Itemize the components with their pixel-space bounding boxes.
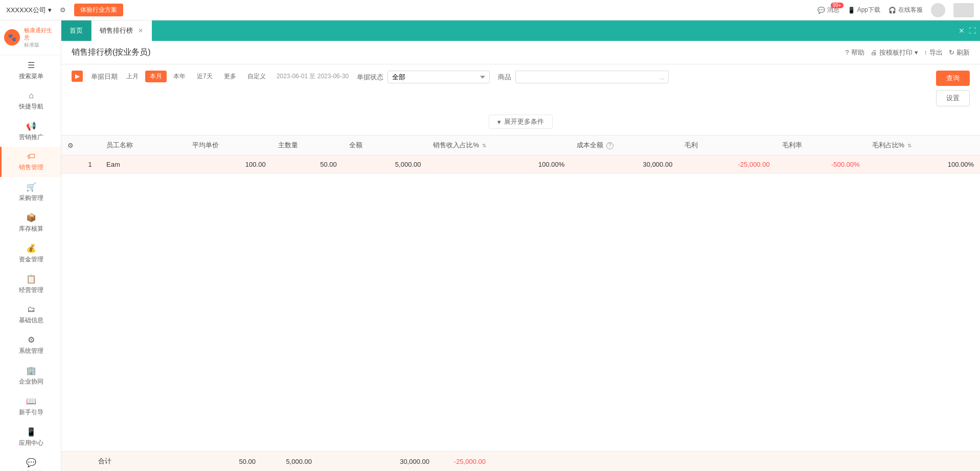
export-button[interactable]: ↑ 导出 (924, 48, 943, 57)
info-icon[interactable]: ? (606, 142, 613, 149)
query-button[interactable]: 查询 (936, 71, 970, 86)
status-filter-label: 单据状态 (357, 73, 383, 82)
online-service-button[interactable]: 🎧 在线客服 (888, 6, 923, 14)
setting-button[interactable]: 设置 (936, 90, 970, 106)
print-button[interactable]: 🖨 按模板打印 ▾ (871, 48, 918, 57)
page-header-actions: ? 帮助 🖨 按模板打印 ▾ ↑ 导出 ↻ 刷新 (845, 48, 970, 57)
goods-more-icon: ... (659, 74, 665, 81)
sidebar-item-label: 新手引导 (19, 408, 43, 417)
app-download-button[interactable]: 📱 App下载 (848, 6, 880, 14)
sidebar-item-guide[interactable]: 📖 新手引导 (0, 391, 61, 422)
sidebar-item-label: 搜索菜单 (19, 72, 43, 81)
col-settings[interactable]: ⚙ (61, 136, 80, 155)
col-profit: 毛利 (678, 136, 776, 155)
col-amount: 全额 (343, 136, 427, 155)
finance-icon: 💰 (26, 243, 36, 253)
row-qty: 50.00 (272, 155, 343, 174)
sidebar-item-label: 快捷导航 (19, 102, 43, 111)
sidebar-item-label: 经营管理 (19, 286, 43, 295)
col-sales-pct[interactable]: 销售收入占比% ⇅ (427, 136, 571, 155)
sidebar: 🐾 畅康通好生意 标准版 ☰ 搜索菜单 ⌂ 快捷导航 📢 营销推广 🏷 销售管理… (0, 20, 61, 471)
row-rank: 1 (80, 155, 100, 174)
date-tab-this-year[interactable]: 本年 (169, 71, 190, 82)
expand-conditions-btn[interactable]: ▾ 展开更多条件 (489, 115, 553, 129)
home-tab-label: 首页 (70, 26, 83, 35)
sidebar-item-sales[interactable]: 🏷 销售管理 (0, 147, 61, 177)
headset-icon: 🎧 (888, 7, 896, 14)
status-select[interactable]: 全部 待审核 已审核 已作废 (388, 71, 490, 83)
table-container: ⚙ 员工名称 平均单价 主数量 全额 销售收入占比% ⇅ (61, 136, 980, 451)
sidebar-item-operation[interactable]: 📋 经营管理 (0, 269, 61, 300)
row-profit: -25,000.00 (678, 155, 776, 174)
sidebar-item-shortcut[interactable]: ⌂ 快捷导航 (0, 86, 61, 116)
col-profit-rate: 毛利率 (776, 136, 866, 155)
settings-icon-btn[interactable]: ⚙ (56, 3, 70, 17)
date-tab-prev-month[interactable]: 上月 (122, 71, 143, 82)
sidebar-item-system[interactable]: ⚙ 系统管理 (0, 330, 61, 361)
appstore-icon: 📱 (26, 427, 36, 437)
top-bar-right: 💬 消息 99+ 📱 App下载 🎧 在线客服 (817, 3, 974, 17)
sidebar-item-search[interactable]: ☰ 搜索菜单 (0, 55, 61, 86)
gear-icon: ⚙ (60, 6, 66, 14)
marketing-icon: 📢 (26, 121, 36, 131)
sidebar-item-marketing[interactable]: 📢 营销推广 (0, 116, 61, 147)
user-info[interactable] (953, 3, 974, 17)
company-name: XXXXXX公司 (6, 6, 46, 15)
date-filter-group: 单据日期 上月 本月 本年 近7天 更多 自定义 2023-06-01 至 20… (91, 71, 349, 82)
sales-rank-table: ⚙ 员工名称 平均单价 主数量 全额 销售收入占比% ⇅ (61, 136, 980, 174)
tab-bar-right: ✕ ⛶ (959, 27, 980, 35)
wechat-icon: 💬 (26, 458, 36, 467)
tab-close-window-icon[interactable]: ✕ (959, 27, 965, 35)
sidebar-item-finance[interactable]: 💰 资金管理 (0, 238, 61, 269)
date-tab-more[interactable]: 更多 (219, 71, 241, 82)
date-tab-custom[interactable]: 自定义 (243, 71, 270, 82)
row-settings (61, 155, 80, 174)
collapse-filter-btn[interactable]: ▶ (72, 71, 83, 82)
table-settings-icon: ⚙ (67, 142, 74, 149)
sidebar-item-appstore[interactable]: 📱 应用中心 (0, 422, 61, 453)
sidebar-item-label: 系统管理 (19, 347, 43, 355)
export-icon: ↑ (924, 49, 928, 56)
logo-icon: 🐾 (4, 29, 20, 46)
sidebar-item-label: 基础信息 (19, 316, 43, 325)
col-cost: 成本全额 ? (571, 136, 678, 155)
sidebar-item-purchase[interactable]: 🛒 采购管理 (0, 177, 61, 208)
tab-close-icon[interactable]: ✕ (138, 27, 143, 34)
top-bar: XXXXXX公司 ▾ ⚙ 体验行业方案 💬 消息 99+ 📱 App下载 🎧 在… (0, 0, 980, 20)
footer-amount: 5,000.00 (262, 458, 318, 465)
inventory-icon: 📦 (26, 213, 36, 222)
trial-button[interactable]: 体验行业方案 (74, 4, 123, 16)
goods-input[interactable] (515, 71, 669, 83)
tab-restore-icon[interactable]: ⛶ (969, 27, 976, 35)
print-icon: 🖨 (871, 49, 877, 56)
sidebar-item-wechat[interactable]: 💬 企业微信 (0, 453, 61, 471)
tab-home[interactable]: 首页 (61, 20, 92, 41)
sidebar-item-inventory[interactable]: 📦 库存核算 (0, 208, 61, 238)
help-icon: ? (845, 49, 849, 56)
content-area: 首页 销售排行榜 ✕ ✕ ⛶ 销售排行榜(按业务员) ? 帮助 (61, 20, 980, 471)
col-name: 员工名称 (100, 136, 186, 155)
page-header: 销售排行榜(按业务员) ? 帮助 🖨 按模板打印 ▾ ↑ 导出 (61, 41, 980, 64)
sidebar-item-label: 库存核算 (19, 225, 43, 233)
footer-label: 合计 (67, 457, 170, 466)
refresh-button[interactable]: ↻ 刷新 (949, 48, 970, 57)
help-button[interactable]: ? 帮助 (845, 48, 864, 57)
date-tab-this-month[interactable]: 本月 (145, 71, 167, 82)
message-badge: 99+ (831, 3, 844, 8)
footer-cost: 30,000.00 (379, 458, 436, 465)
avatar[interactable] (931, 3, 945, 17)
col-profit-pct[interactable]: 毛利占比% ⇅ (866, 136, 980, 155)
filter-area: ▶ 单据日期 上月 本月 本年 近7天 更多 自定义 2023-06-01 至 … (61, 64, 980, 136)
company-selector[interactable]: XXXXXX公司 ▾ (6, 6, 52, 15)
search-menu-icon: ☰ (28, 60, 35, 70)
row-profit-pct: 100.00% (866, 155, 980, 174)
tab-sales-rank[interactable]: 销售排行榜 ✕ (92, 20, 152, 41)
page-title: 销售排行榜(按业务员) (72, 47, 151, 58)
date-tab-7days[interactable]: 近7天 (192, 71, 217, 82)
sidebar-item-basic[interactable]: 🗂 基础信息 (0, 300, 61, 330)
sidebar-logo: 🐾 畅康通好生意 标准版 (0, 20, 61, 55)
sidebar-item-enterprise[interactable]: 🏢 企业协同 (0, 361, 61, 391)
col-avg-price: 平均单价 (186, 136, 272, 155)
operation-icon: 📋 (26, 274, 36, 284)
message-button[interactable]: 💬 消息 99+ (817, 6, 839, 14)
